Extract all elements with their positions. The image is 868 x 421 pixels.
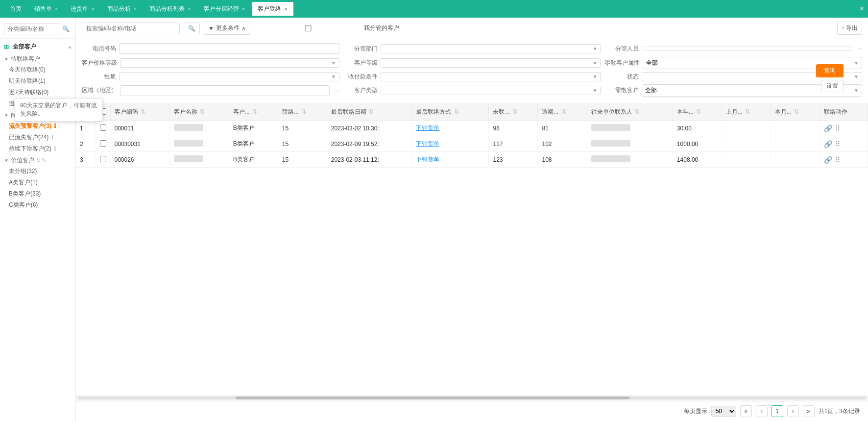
- tab-home[interactable]: 首页: [4, 2, 27, 16]
- cell-checkbox: [96, 136, 110, 152]
- sidebar-section-pending[interactable]: ▼ 待联络客户: [0, 53, 75, 64]
- next-page-button[interactable]: ›: [787, 405, 799, 417]
- chevron-down-icon: ▼: [592, 60, 597, 66]
- area-input[interactable]: [120, 85, 330, 96]
- th-overdue[interactable]: 逾期... ⇅: [538, 104, 587, 121]
- sidebar-item-tomorrow[interactable]: 明天待联络(1): [0, 75, 75, 87]
- my-customers-checkbox-label[interactable]: 我分管的客户: [254, 24, 399, 32]
- customer-type-label: 客户类型: [343, 86, 378, 95]
- scrollbar-thumb[interactable]: [236, 396, 630, 399]
- edit-icon[interactable]: ✎: [42, 157, 46, 164]
- person-select[interactable]: [642, 47, 852, 50]
- sidebar-item-lost[interactable]: 已流失客户(24) ℹ: [0, 132, 75, 143]
- query-button[interactable]: 查询: [816, 64, 844, 77]
- close-icon[interactable]: ×: [91, 6, 94, 12]
- table-row: 1 000011 B类客户 15 2023-03-02 10:30: 下销货单 …: [76, 121, 868, 136]
- th-not-contacted[interactable]: 未联... ⇅: [489, 104, 538, 121]
- price-level-select[interactable]: ▼: [120, 58, 339, 68]
- more-icon[interactable]: ···: [857, 45, 862, 52]
- contact-method-link[interactable]: 下销货单: [416, 124, 439, 131]
- sidebar-search-input[interactable]: [4, 24, 62, 34]
- level-select[interactable]: ▼: [381, 58, 601, 68]
- action-more-icon[interactable]: ⠿: [835, 140, 840, 148]
- action-link-icon[interactable]: 🔗: [824, 156, 832, 164]
- sidebar-section-valued[interactable]: ▼ 价值客户 ↻ ✎: [0, 154, 75, 166]
- dept-select[interactable]: ▼: [381, 44, 601, 53]
- tab-purchase[interactable]: 进货单 ×: [65, 2, 100, 16]
- sidebar-item-today[interactable]: 今天待联络(0): [0, 64, 75, 75]
- chevron-down-icon: ▼: [331, 74, 336, 79]
- collapse-icon[interactable]: «: [69, 44, 72, 50]
- close-icon[interactable]: ×: [55, 6, 58, 12]
- th-contact[interactable]: 联络... ⇅: [278, 104, 327, 121]
- row-checkbox[interactable]: [100, 156, 106, 162]
- more-filter-button[interactable]: ▼ 更多条件 ∧: [204, 22, 250, 35]
- close-icon[interactable]: ×: [242, 6, 245, 12]
- customer-type-select[interactable]: ▼: [381, 86, 601, 95]
- th-this-month[interactable]: 本月... ⇅: [771, 104, 820, 121]
- retail-attr-label: 零散客户属性: [604, 59, 640, 67]
- cell-overdue: 108: [538, 152, 587, 168]
- th-type[interactable]: 客户... ⇅: [229, 104, 278, 121]
- refresh-icon[interactable]: ↻: [36, 157, 41, 164]
- my-customers-checkbox[interactable]: [254, 25, 362, 31]
- sidebar-item-class-b[interactable]: B类客户(33): [0, 188, 75, 199]
- sidebar-item-ungrouped[interactable]: 未分组(32): [0, 166, 75, 177]
- row-checkbox[interactable]: [100, 140, 106, 147]
- th-code[interactable]: 客户编码 ⇅: [110, 104, 169, 121]
- th-last-contact-method[interactable]: 最后联络方式 ⇅: [412, 104, 489, 121]
- th-unit-contact[interactable]: 往来单位联系人 ⇅: [587, 104, 673, 121]
- first-page-button[interactable]: «: [740, 405, 752, 417]
- cell-last-contact-date: 2023-03-02 10:30:: [327, 121, 411, 136]
- cell-idx: 1: [76, 121, 96, 136]
- contact-method-link[interactable]: 下销货单: [416, 156, 439, 163]
- horizontal-scrollbar[interactable]: [76, 395, 868, 401]
- action-more-icon[interactable]: ⠿: [835, 124, 840, 132]
- close-all-button[interactable]: ×: [860, 4, 864, 13]
- th-last-contact-date[interactable]: 最后联络日期 ⇅: [327, 104, 411, 121]
- search-button[interactable]: 🔍: [184, 23, 200, 34]
- nature-select[interactable]: ▼: [119, 72, 339, 81]
- row-checkbox[interactable]: [100, 124, 106, 131]
- th-name[interactable]: 客户名称 ⇅: [169, 104, 229, 121]
- sidebar-search-icon[interactable]: 🔍: [62, 25, 70, 32]
- cell-not-contacted: 123: [489, 152, 538, 168]
- action-link-icon[interactable]: 🔗: [824, 140, 832, 148]
- tab-analysis-list[interactable]: 商品分析列表 ×: [144, 2, 196, 16]
- tab-customer-union[interactable]: 客户联络 ×: [252, 2, 293, 16]
- more-icon[interactable]: ···: [335, 87, 339, 94]
- close-icon[interactable]: ×: [284, 6, 287, 12]
- setting-button[interactable]: 设置: [821, 80, 844, 92]
- prev-page-button[interactable]: ‹: [756, 405, 768, 417]
- dept-label: 分管部门: [343, 45, 378, 53]
- all-customers-header[interactable]: ⊞ 全部客户 «: [0, 41, 75, 53]
- total-info: 共1页，3条记录: [819, 407, 860, 416]
- action-more-icon[interactable]: ⠿: [835, 156, 840, 164]
- cell-name: [169, 136, 229, 152]
- close-icon[interactable]: ×: [188, 6, 191, 12]
- payment-select[interactable]: ▼: [381, 72, 601, 81]
- search-input[interactable]: [82, 23, 180, 34]
- contact-method-link[interactable]: 下销货单: [416, 140, 439, 147]
- sort-icon: ⇅: [252, 108, 257, 115]
- per-page-select[interactable]: 50 100 200: [711, 406, 736, 417]
- cell-this-year: 1000.00: [673, 136, 722, 152]
- last-page-button[interactable]: »: [803, 405, 815, 417]
- tab-sales[interactable]: 销售单 ×: [28, 2, 64, 16]
- sidebar-item-week[interactable]: 近7天待联络(0): [0, 87, 75, 98]
- sidebar-item-class-c[interactable]: C类客户(6): [0, 199, 75, 211]
- th-last-month[interactable]: 上月... ⇅: [722, 104, 771, 121]
- phone-input[interactable]: [119, 43, 339, 54]
- sort-icon: ⇅: [369, 108, 374, 115]
- action-link-icon[interactable]: 🔗: [824, 124, 832, 132]
- cell-name: [169, 152, 229, 168]
- sidebar-item-class-a[interactable]: A类客户(1): [0, 177, 75, 188]
- close-icon[interactable]: ×: [134, 6, 137, 12]
- sidebar-item-warning[interactable]: 流失预警客户(3) ℹ: [0, 121, 75, 132]
- tab-analysis[interactable]: 商品分析 ×: [101, 2, 143, 16]
- th-this-year[interactable]: 本年... ⇅: [673, 104, 722, 121]
- cell-code: 000011: [110, 121, 169, 136]
- tab-customer-tier[interactable]: 客户分层经营 ×: [198, 2, 251, 16]
- export-button[interactable]: ↑ 导出: [837, 22, 862, 35]
- sidebar-item-declining[interactable]: 持续下滑客户(2) ℹ: [0, 143, 75, 154]
